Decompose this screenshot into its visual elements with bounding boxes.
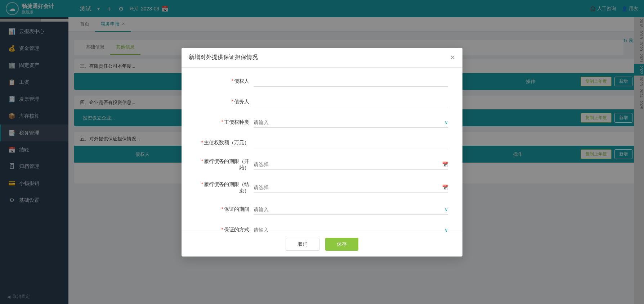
dialog-overlay: 新增对外提供保证担保情况 ✕ *债权人 *债务人 *主债权种类	[0, 0, 644, 304]
form-row-debtor: *债务人	[196, 97, 448, 107]
guarantee-method-arrow-icon[interactable]: ∨	[444, 227, 448, 232]
period-end-date[interactable]: 📅	[254, 182, 448, 193]
form-row-creditor: *债权人	[196, 76, 448, 87]
guarantee-method-input[interactable]	[254, 227, 444, 232]
claim-type-label-text: 主债权种类	[224, 119, 249, 125]
guarantee-period-label: *保证的期间	[196, 206, 254, 213]
dialog: 新增对外提供保证担保情况 ✕ *债权人 *债务人 *主债权种类	[182, 48, 462, 257]
form-row-guarantee-period: *保证的期间 ∨	[196, 204, 448, 215]
claim-type-label: *主债权种类	[196, 119, 254, 126]
period-start-label: *履行债务的期限（开始）	[196, 158, 254, 171]
form-row-period-start: *履行债务的期限（开始） 📅	[196, 158, 448, 171]
form-row-guarantee-method: *保证的方式 ∨	[196, 225, 448, 232]
claim-type-arrow-icon[interactable]: ∨	[444, 119, 448, 125]
period-end-label-text: 履行债务的期限（结束）	[204, 181, 249, 194]
claim-type-input[interactable]	[254, 119, 444, 125]
guarantee-period-arrow-icon[interactable]: ∨	[444, 207, 448, 212]
claim-type-required: *	[222, 119, 223, 125]
claim-type-select[interactable]: ∨	[254, 117, 448, 128]
period-start-label-text: 履行债务的期限（开始）	[204, 158, 249, 171]
period-end-calendar-icon[interactable]: 📅	[442, 185, 448, 190]
creditor-label-text: 债权人	[234, 78, 249, 84]
cancel-button[interactable]: 取消	[286, 238, 319, 251]
guarantee-period-input[interactable]	[254, 207, 444, 212]
period-start-input[interactable]	[254, 162, 442, 167]
dialog-footer: 取消 保存	[182, 232, 462, 257]
dialog-title: 新增对外提供保证担保情况	[189, 54, 258, 61]
period-start-date[interactable]: 📅	[254, 159, 448, 170]
claim-amount-required: *	[201, 140, 203, 145]
dialog-header: 新增对外提供保证担保情况 ✕	[182, 48, 462, 68]
guarantee-period-label-text: 保证的期间	[224, 206, 249, 212]
period-end-required: *	[201, 181, 203, 187]
claim-amount-label: *主债权数额（万元）	[196, 140, 254, 146]
guarantee-period-required: *	[222, 206, 223, 212]
debtor-input[interactable]	[254, 97, 448, 107]
form-row-claim-amount: *主债权数额（万元）	[196, 138, 448, 148]
save-button[interactable]: 保存	[325, 238, 358, 251]
form-row-claim-type: *主债权种类 ∨	[196, 117, 448, 128]
debtor-label: *债务人	[196, 99, 254, 105]
guarantee-method-label-text: 保证的方式	[224, 227, 249, 232]
guarantee-method-label: *保证的方式	[196, 227, 254, 232]
creditor-input[interactable]	[254, 76, 448, 87]
claim-amount-input[interactable]	[254, 138, 448, 148]
guarantee-method-required: *	[222, 227, 223, 232]
form-row-period-end: *履行债务的期限（结束） 📅	[196, 181, 448, 194]
creditor-label: *债权人	[196, 78, 254, 85]
creditor-required-mark: *	[232, 78, 233, 84]
dialog-body: *债权人 *债务人 *主债权种类 ∨	[182, 68, 462, 232]
period-end-label: *履行债务的期限（结束）	[196, 181, 254, 194]
guarantee-method-select[interactable]: ∨	[254, 225, 448, 232]
dialog-close-button[interactable]: ✕	[450, 54, 455, 62]
period-start-calendar-icon[interactable]: 📅	[442, 162, 448, 167]
debtor-label-text: 债务人	[234, 99, 249, 104]
guarantee-period-select[interactable]: ∨	[254, 204, 448, 215]
period-start-required: *	[201, 158, 203, 164]
claim-amount-label-text: 主债权数额（万元）	[204, 140, 249, 145]
debtor-required-mark: *	[232, 99, 233, 104]
period-end-input[interactable]	[254, 185, 442, 190]
